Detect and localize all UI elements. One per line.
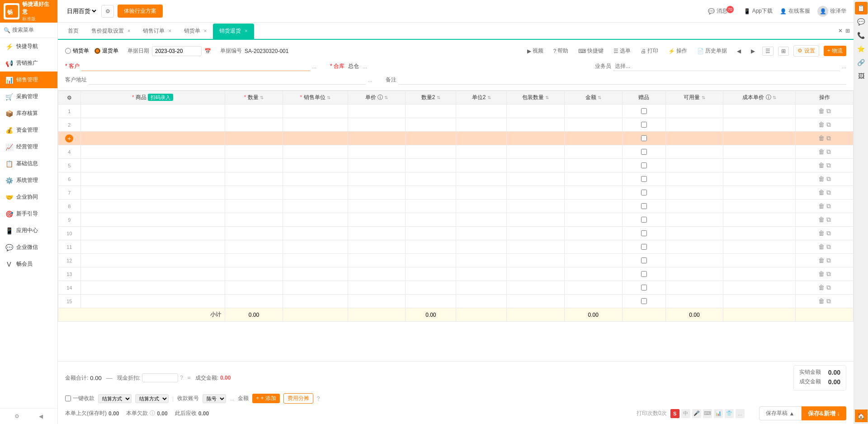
taskbar-icon-4[interactable]: ⌨ [703, 409, 712, 418]
unit2-cell[interactable] [456, 227, 507, 240]
sidebar-item-newguide[interactable]: 🎯 新手引导 [0, 205, 57, 222]
unit2-cell[interactable] [456, 105, 507, 118]
qty2-cell[interactable] [406, 295, 456, 308]
delete-icon[interactable]: 🗑 [818, 107, 825, 115]
qty2-cell[interactable] [406, 159, 456, 172]
gift-cell[interactable] [622, 172, 665, 186]
product-cell[interactable] [80, 145, 225, 159]
onepay-checkbox-label[interactable]: 一键收款 [65, 395, 94, 402]
customer-input[interactable] [81, 62, 310, 71]
delete-icon[interactable]: 🗑 [818, 175, 825, 183]
amount-cell[interactable] [564, 295, 622, 308]
gift-checkbox[interactable] [641, 230, 647, 236]
unit-cell[interactable] [283, 132, 348, 145]
tab-sale-single[interactable]: 销货单 × [178, 24, 213, 39]
product-cell[interactable] [80, 105, 225, 118]
delete-icon[interactable]: 🗑 [818, 243, 825, 251]
qty2-cell[interactable] [406, 186, 456, 200]
amount-cell[interactable] [564, 132, 622, 145]
copy-icon[interactable]: ⧉ [826, 216, 831, 224]
packqty-cell[interactable] [507, 186, 565, 200]
gift-cell[interactable] [622, 267, 665, 281]
radio-return[interactable]: 退货单 [94, 47, 118, 55]
product-cell[interactable] [80, 159, 225, 172]
right-icon-chat[interactable]: 💬 [855, 15, 868, 28]
select-btn[interactable]: ☰ 选单 [611, 46, 633, 56]
taskbar-icon-5[interactable]: 📊 [714, 409, 723, 418]
delete-icon[interactable]: 🗑 [818, 121, 825, 129]
tab-sale-single-close[interactable]: × [204, 28, 207, 33]
right-icon-image[interactable]: 🖼 [855, 70, 868, 82]
packqty-cell[interactable] [507, 240, 565, 254]
product-cell[interactable] [80, 267, 225, 281]
onepay-checkbox[interactable] [65, 395, 71, 401]
unit-cell[interactable] [283, 281, 348, 295]
qty-cell[interactable] [225, 186, 283, 200]
gift-cell[interactable] [622, 145, 665, 159]
qty2-cell[interactable] [406, 200, 456, 213]
unit2-cell[interactable] [456, 295, 507, 308]
cash-discount-input[interactable] [142, 373, 178, 382]
gift-checkbox[interactable] [641, 217, 647, 223]
product-cell[interactable] [80, 118, 225, 132]
sidebar-item-appcenter[interactable]: 📱 应用中心 [0, 222, 57, 239]
amount-cell[interactable] [564, 227, 622, 240]
qty2-cell[interactable] [406, 145, 456, 159]
qty-cell[interactable] [225, 132, 283, 145]
amount-cell[interactable] [564, 186, 622, 200]
delete-icon[interactable]: 🗑 [818, 270, 825, 278]
delete-icon[interactable]: 🗑 [818, 229, 825, 237]
qty2-cell[interactable] [406, 172, 456, 186]
app-download-btn[interactable]: 📱 App下载 [744, 7, 773, 15]
sidebar-collapse-icon[interactable]: ◀ [39, 413, 43, 419]
unit-cell[interactable] [283, 145, 348, 159]
sidebar-search[interactable]: 🔍 搜索菜单 [0, 23, 57, 38]
gift-cell[interactable] [622, 132, 665, 145]
copy-icon[interactable]: ⧉ [826, 175, 831, 183]
price-cell[interactable] [348, 281, 406, 295]
product-cell[interactable] [80, 281, 225, 295]
th-settings[interactable]: ⚙ [58, 91, 81, 105]
save-draft-btn[interactable]: 保存草稿 ▲ [759, 406, 802, 420]
taskbar-icon-3[interactable]: 🎤 [692, 409, 701, 418]
unit2-cell[interactable] [456, 240, 507, 254]
gift-cell[interactable] [622, 105, 665, 118]
qty2-cell[interactable] [406, 213, 456, 227]
qty2-cell[interactable] [406, 267, 456, 281]
gift-checkbox[interactable] [641, 149, 647, 155]
scan-btn[interactable]: 扫码录入 [148, 94, 173, 101]
unit-cell[interactable] [283, 159, 348, 172]
unit2-cell[interactable] [456, 267, 507, 281]
amount-cell[interactable] [564, 172, 622, 186]
taskbar-icon-2[interactable]: 中 [681, 409, 690, 418]
sidebar-item-purchase[interactable]: 🛒 采购管理 [0, 88, 57, 105]
amount-cell[interactable] [564, 254, 622, 267]
sidebar-item-shortcut[interactable]: ⚡ 快捷导航 [0, 38, 57, 55]
tab-close-all-icon[interactable]: ✕ [838, 28, 843, 34]
tab-expand-icon[interactable]: ⊞ [845, 28, 850, 34]
packqty-cell[interactable] [507, 105, 565, 118]
right-icon-link[interactable]: 🔗 [855, 56, 868, 69]
gift-cell[interactable] [622, 186, 665, 200]
gift-checkbox[interactable] [641, 244, 647, 250]
gift-checkbox[interactable] [641, 203, 647, 209]
amount-cell[interactable] [564, 200, 622, 213]
right-icon-clipboard[interactable]: 📋 [855, 2, 868, 14]
amount-cell[interactable] [564, 240, 622, 254]
view-grid-btn[interactable]: ⊞ [778, 47, 789, 56]
taskbar-icon-6[interactable]: 👕 [725, 409, 734, 418]
sidebar-item-marketing[interactable]: 📢 营销推广 [0, 55, 57, 71]
delete-icon[interactable]: 🗑 [818, 202, 825, 210]
price-cell[interactable] [348, 254, 406, 267]
copy-icon[interactable]: ⧉ [826, 148, 831, 156]
tab-sale-return-close[interactable]: × [245, 28, 247, 33]
copy-icon[interactable]: ⧉ [826, 270, 831, 278]
qty-cell[interactable] [225, 213, 283, 227]
unit2-cell[interactable] [456, 213, 507, 227]
address-input[interactable] [89, 75, 366, 85]
price-cell[interactable] [348, 105, 406, 118]
amount-cell[interactable] [564, 118, 622, 132]
date-input[interactable] [152, 46, 202, 56]
right-icon-phone[interactable]: 📞 [855, 29, 868, 42]
customer-dots[interactable]: ... [312, 63, 316, 70]
